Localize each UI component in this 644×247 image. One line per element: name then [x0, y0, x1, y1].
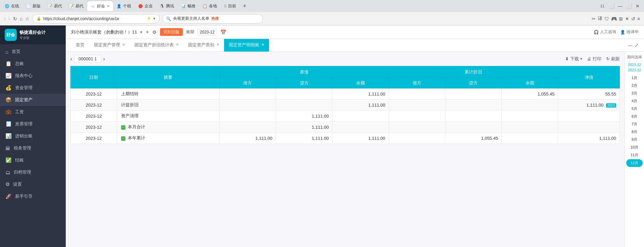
tab-expand-icon[interactable]: ⤢	[635, 43, 639, 48]
tab-active[interactable]: ☁️ 好会 ✕	[87, 1, 113, 11]
period-item-mar[interactable]: 3月	[626, 90, 643, 97]
tab-asset-category-close[interactable]: ✕	[216, 43, 219, 47]
user-btn[interactable]: 👤 徐译华	[620, 29, 639, 35]
account-dropdown[interactable]: ▾	[140, 30, 142, 35]
tab-new[interactable]: 📄 新版	[23, 1, 44, 11]
tab-depreciation-stats-close[interactable]: ✕	[176, 43, 179, 47]
sidebar-item-settings[interactable]: ⚙ 设置	[0, 178, 66, 190]
sidebar-item-salary[interactable]: 💼 工资	[0, 106, 66, 118]
tab-active-close[interactable]: ✕	[107, 4, 110, 8]
consultant-btn[interactable]: 🎧 人工咨询	[594, 29, 616, 35]
browser-close[interactable]: ✕	[634, 2, 641, 10]
tab-yidai1[interactable]: 📝 易代	[44, 1, 65, 11]
period-item-jul[interactable]: 7月	[626, 121, 643, 128]
table-row: 2023-12 + 本月合计 1,111.00	[71, 122, 620, 133]
period-item-jan[interactable]: 1月	[626, 74, 643, 81]
sidebar-item-invoice[interactable]: 🧾 发票管理	[0, 118, 66, 130]
tab-online[interactable]: 🌐 在线	[1, 1, 22, 11]
tab-geshui[interactable]: 👤 个税	[113, 1, 135, 11]
tab-depreciation-stats[interactable]: 固定资产折旧统计表 ✕	[130, 39, 183, 52]
period-item-may[interactable]: 5月	[626, 105, 643, 112]
new-tab-button[interactable]: +	[240, 1, 249, 11]
sidebar-logo: 好会 畅捷通好会计 专业版	[0, 25, 66, 44]
refresh-action-btn[interactable]: ↻ 刷新	[606, 56, 620, 62]
translate-icon[interactable]: 译	[598, 16, 602, 22]
tab-changtui[interactable]: 📊 畅推	[178, 1, 199, 11]
search-input[interactable]: 🔍 央视更新主持人名单 热搜	[162, 14, 263, 23]
grid-icon[interactable]: ⊞	[619, 16, 623, 21]
tab-asset-detail-close[interactable]: ✕	[261, 43, 264, 47]
tab-yidai2[interactable]: 📝 易代	[66, 1, 87, 11]
ledger-table: 日期 摘要 原值 累计折旧 净值 借方 贷方 余额 借方 贷方 余额	[70, 66, 620, 144]
period-item-dec[interactable]: 12月	[626, 159, 643, 167]
sidebar-item-general-ledger[interactable]: 📋 总账	[0, 58, 66, 70]
sidebar-item-close-books[interactable]: ✅ 结账	[0, 154, 66, 166]
sidebar-item-tax[interactable]: 🏛 税务管理	[0, 142, 66, 154]
tab-enterprise[interactable]: 🔴 企业	[135, 1, 156, 11]
cell-orig-credit	[276, 100, 332, 111]
forward-button[interactable]: ›	[8, 16, 10, 22]
refresh-button[interactable]: ↻	[13, 16, 17, 21]
prev-page-btn[interactable]: ‹	[70, 56, 72, 62]
tab-homepage[interactable]: 首页	[71, 39, 89, 52]
shield-icon[interactable]: 🛡	[604, 16, 609, 21]
period-item-aug[interactable]: 8月	[626, 128, 643, 135]
sidebar-item-guide[interactable]: 🚀 新手引导	[0, 190, 66, 202]
add-button[interactable]: +	[146, 29, 149, 35]
sidebar-item-reports[interactable]: 📈 报表中心	[0, 70, 66, 82]
purchase-sales-nav-icon: 📊	[5, 133, 12, 139]
game-icon[interactable]: 🎮	[611, 16, 617, 21]
refresh-action-icon: ↻	[606, 56, 610, 61]
browser-restore[interactable]: ⬜	[608, 2, 615, 10]
tab-mujun[interactable]: S 目前	[221, 1, 239, 11]
browser-minimize[interactable]: —	[616, 2, 624, 10]
sidebar-item-funds[interactable]: 💰 资金管理	[0, 82, 66, 94]
tab-minimize-icon[interactable]: —	[628, 43, 633, 48]
switch-to-old-btn[interactable]: 切到旧版	[160, 28, 183, 36]
calendar-icon[interactable]: 📅	[220, 29, 226, 35]
tab-tencent[interactable]: 🐧 腾讯	[156, 1, 177, 11]
app-container: 好会 畅捷通好会计 专业版 ⌂ 首页 📋 总账 📈 报表中心 💰 资金管理	[0, 25, 644, 247]
tab-fixed-asset-mgmt-close[interactable]: ✕	[122, 43, 125, 47]
period-item-jun[interactable]: 6月	[626, 113, 643, 120]
period-value[interactable]: 2023-12	[198, 29, 217, 36]
settings-button[interactable]: ⚙	[152, 29, 157, 35]
cell-net-value: 55.55	[558, 88, 620, 100]
scissors-icon[interactable]: ✂	[592, 16, 596, 21]
next-page-btn[interactable]: ›	[103, 56, 105, 62]
back-button[interactable]: ‹	[4, 16, 6, 22]
home-button[interactable]: ⌂	[20, 16, 22, 21]
cell-net-value	[558, 122, 620, 133]
guide-nav-icon: 🚀	[5, 193, 12, 199]
period-item-sep[interactable]: 9月	[626, 136, 643, 143]
undo-icon[interactable]: ↺	[631, 16, 635, 21]
cell-accum-credit	[445, 88, 501, 100]
download-btn[interactable]: ⬇ 下载 ▾	[565, 56, 582, 62]
period-item-feb[interactable]: 2月	[626, 82, 643, 89]
menu-icon[interactable]: ≡	[637, 16, 640, 21]
period-item-oct[interactable]: 10月	[626, 144, 643, 151]
sidebar-item-home[interactable]: ⌂ 首页	[0, 46, 66, 58]
sidebar-item-archive[interactable]: 🗂 归档管理	[0, 166, 66, 178]
sun-icon[interactable]: ☀	[625, 16, 629, 21]
period-item-nov[interactable]: 11月	[626, 151, 643, 159]
cell-orig-credit: 1,111.00	[276, 122, 332, 133]
print-btn[interactable]: 🖨 打印	[587, 56, 601, 62]
headset-icon: 🎧	[594, 30, 599, 35]
sidebar-item-fixed-assets[interactable]: 📦 固定资产	[0, 94, 66, 106]
tab-gedi[interactable]: 📋 各地	[199, 1, 220, 11]
sidebar-item-purchase-sales[interactable]: 📊 进销台账	[0, 130, 66, 142]
cell-date: 2023-12	[71, 122, 117, 133]
col-date: 日期	[71, 66, 117, 88]
tab-fixed-asset-mgmt[interactable]: 固定资产管理 ✕	[89, 39, 130, 52]
tab-asset-detail-ledger[interactable]: 固定资产明细账 ✕	[224, 39, 269, 52]
cell-accum-debit	[389, 88, 445, 100]
tab-asset-category[interactable]: 固定资产类别 ✕	[183, 39, 224, 52]
url-input[interactable]: 🔒 https://cloud.chanjet.com/accounting/u…	[32, 14, 160, 23]
tab-actions: — ⤢	[628, 43, 639, 48]
account-name: 刘小艳演示账套（勿删勿动！）11	[71, 29, 137, 35]
browser-maximize[interactable]: ⬜	[625, 2, 633, 10]
period-item-apr[interactable]: 4月	[626, 98, 643, 105]
bookmark-button[interactable]: ☆	[25, 16, 30, 21]
cell-date: 2023-12	[71, 100, 117, 111]
